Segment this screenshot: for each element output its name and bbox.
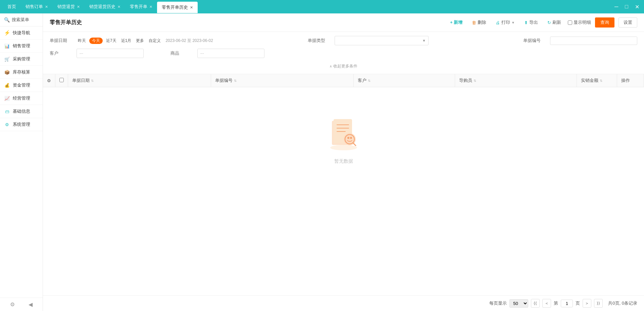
page-unit-label: 页 (576, 300, 580, 306)
shortcut-7days[interactable]: 近7天 (105, 37, 118, 44)
sidebar-item-base-info-label: 基础信息 (13, 108, 30, 114)
collapse-button[interactable]: ∧ 收起更多条件 (50, 61, 637, 70)
sidebar-item-sales[interactable]: 📊 销售管理 (0, 40, 43, 53)
svg-point-9 (347, 137, 349, 139)
add-button[interactable]: + 新增 (447, 18, 465, 27)
per-page-select[interactable]: 50 10 20 100 (509, 299, 528, 308)
refresh-button[interactable]: ↻ 刷新 (545, 18, 564, 27)
doc-no-sort[interactable]: 单据编号 ⇅ (215, 77, 350, 84)
sidebar-collapse-button[interactable]: ◀ (29, 301, 33, 308)
doc-no-input[interactable] (550, 37, 637, 45)
base-info-icon: 🗃 (4, 108, 10, 114)
tab-retail-open[interactable]: 零售开单 ✕ (125, 2, 157, 12)
guide-sort[interactable]: 导购员 ⇅ (459, 77, 573, 84)
sidebar: 🔍 搜索菜单 ⚡ 快捷导航 📊 销售管理 🛒 采购管理 📦 库存核算 💰 资金管… (0, 13, 43, 311)
page-label: 第 (554, 300, 558, 306)
tab-close-sales-order[interactable]: ✕ (45, 5, 48, 9)
doc-no-label: 单据编号 (523, 38, 543, 44)
sidebar-item-finance[interactable]: 💰 资金管理 (0, 79, 43, 92)
date-sort-icon: ⇅ (91, 79, 94, 83)
shortcut-1month[interactable]: 近1月 (120, 37, 133, 44)
tab-sales-return[interactable]: 销货退货 ✕ (53, 2, 85, 12)
table-header-row: ⚙ 单据日期 ⇅ (43, 74, 644, 87)
shortcut-today[interactable]: 今天 (89, 38, 103, 44)
amount-sort[interactable]: 实销金额 ⇅ (581, 77, 613, 84)
tab-retail-open-history[interactable]: 零售开单历史 ✕ (157, 2, 198, 13)
delete-button[interactable]: 🗑 删除 (469, 18, 489, 27)
query-button[interactable]: 查询 (595, 17, 614, 28)
svg-line-8 (353, 143, 356, 146)
pagination-bar: 每页显示 50 10 20 100 ⟨⟨ ＜ 第 页 ＞ ⟩⟩ 共0页, 0条记… (43, 295, 644, 311)
show-detail-input[interactable] (568, 20, 572, 25)
col-settings[interactable]: ⚙ (43, 74, 55, 87)
sidebar-item-quick-nav[interactable]: ⚡ 快捷导航 (0, 27, 43, 40)
page-title: 零售开单历史 (50, 19, 82, 26)
settings-button[interactable]: 设置 (618, 17, 637, 28)
date-sort[interactable]: 单据日期 ⇅ (72, 77, 207, 84)
doc-type-select-wrapper: ▼ (335, 36, 429, 45)
show-detail-checkbox[interactable]: 显示明细 (568, 19, 591, 25)
tab-home[interactable]: 首页 (3, 2, 21, 12)
tab-sales-return-history[interactable]: 销货退货历史 ✕ (85, 2, 125, 12)
sidebar-item-inventory[interactable]: 📦 库存核算 (0, 66, 43, 79)
customer-label: 客户 (50, 50, 70, 56)
amount-sort-icon: ⇅ (600, 79, 602, 83)
shortcut-yesterday[interactable]: 昨天 (77, 37, 87, 44)
customer-col-label: 客户 (358, 77, 366, 84)
print-button[interactable]: 🖨 打印 ▼ (493, 18, 517, 27)
col-doc-no[interactable]: 单据编号 ⇅ (211, 74, 354, 87)
guide-sort-icon: ⇅ (474, 79, 476, 83)
prev-page-button[interactable]: ＜ (542, 299, 551, 308)
tab-retail-open-history-label: 零售开单历史 (162, 4, 188, 10)
delete-button-label: 删除 (478, 19, 486, 25)
action-col-label: 操作 (621, 78, 630, 83)
col-amount[interactable]: 实销金额 ⇅ (577, 74, 617, 87)
tab-sales-order[interactable]: 销售订单 ✕ (21, 2, 53, 12)
tab-close-retail-open-history[interactable]: ✕ (190, 5, 193, 10)
first-page-button[interactable]: ⟨⟨ (531, 299, 540, 308)
window-controls: ─ □ ✕ (612, 3, 641, 11)
operations-icon: 📈 (4, 95, 10, 101)
customer-input[interactable]: ··· (77, 49, 144, 58)
filter-row-1: 单据日期 昨天 今天 近7天 近1月 更多 自定义 2023-06-02 至 2… (50, 36, 637, 45)
col-date[interactable]: 单据日期 ⇅ (68, 74, 211, 87)
sidebar-search[interactable]: 🔍 搜索菜单 (0, 13, 43, 27)
goods-input[interactable]: ··· (197, 49, 264, 58)
purchase-icon: 🛒 (4, 56, 10, 62)
amount-col-label: 实销金额 (581, 77, 598, 84)
export-button[interactable]: ⬆ 导出 (522, 18, 541, 27)
table-settings-icon[interactable]: ⚙ (47, 78, 51, 83)
tab-close-sales-return[interactable]: ✕ (77, 5, 80, 9)
doc-type-select[interactable] (335, 36, 429, 45)
empty-text: 暂无数据 (334, 158, 353, 164)
col-checkbox[interactable] (55, 74, 68, 87)
quick-nav-icon: ⚡ (4, 30, 10, 36)
close-button[interactable]: ✕ (633, 3, 641, 11)
sidebar-item-quick-nav-label: 快捷导航 (13, 30, 30, 36)
tab-close-sales-return-history[interactable]: ✕ (117, 5, 120, 9)
shortcut-more[interactable]: 更多 (135, 37, 145, 44)
tab-close-retail-open[interactable]: ✕ (149, 5, 152, 9)
svg-point-10 (350, 137, 352, 139)
col-guide[interactable]: 导购员 ⇅ (455, 74, 577, 87)
page-number-input[interactable] (561, 300, 573, 307)
sidebar-item-base-info[interactable]: 🗃 基础信息 (0, 105, 43, 118)
next-page-button[interactable]: ＞ (583, 299, 591, 308)
per-page-label: 每页显示 (489, 300, 507, 306)
sidebar-item-purchase[interactable]: 🛒 采购管理 (0, 53, 43, 66)
sidebar-item-inventory-label: 库存核算 (13, 69, 30, 75)
last-page-button[interactable]: ⟩⟩ (594, 299, 603, 308)
delete-icon: 🗑 (472, 20, 476, 25)
customer-sort[interactable]: 客户 ⇅ (358, 77, 450, 84)
minimize-button[interactable]: ─ (612, 3, 620, 10)
maximize-button[interactable]: □ (623, 3, 630, 10)
select-all-checkbox[interactable] (59, 78, 64, 82)
sidebar-settings-button[interactable]: ⚙ (10, 301, 15, 308)
tab-sales-order-label: 销售订单 (26, 4, 43, 10)
doc-no-sort-icon: ⇅ (234, 79, 237, 83)
shortcut-custom[interactable]: 自定义 (147, 37, 162, 44)
export-icon: ⬆ (524, 20, 528, 25)
sidebar-item-operations[interactable]: 📈 经营管理 (0, 92, 43, 105)
sidebar-item-system[interactable]: ⚙ 系统管理 (0, 118, 43, 131)
col-customer[interactable]: 客户 ⇅ (354, 74, 455, 87)
